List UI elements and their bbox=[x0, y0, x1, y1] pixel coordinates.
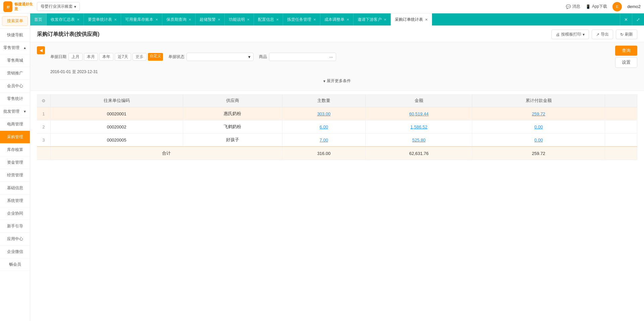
sidebar-item-basic-info[interactable]: 基础信息 bbox=[0, 182, 30, 195]
app-download-btn[interactable]: 📱 App下载 bbox=[586, 4, 607, 9]
sidebar-item-enterprise-collab[interactable]: 企业协同 bbox=[0, 207, 30, 220]
tab-label: 可用量库存账本 bbox=[125, 17, 153, 22]
col-amount: 金额 bbox=[366, 94, 472, 107]
settings-icon[interactable]: ⚙ bbox=[42, 98, 46, 103]
refresh-btn[interactable]: ↻ 刷新 bbox=[616, 30, 637, 39]
sidebar-item-inventory[interactable]: 库存核算 bbox=[0, 144, 30, 156]
sidebar-item-retail-shop[interactable]: 零售商城 bbox=[0, 54, 30, 67]
maximize-tab-btn[interactable]: ⤢ bbox=[632, 13, 644, 25]
row-quantity: 6.00 bbox=[282, 120, 366, 133]
tab-func-desc[interactable]: 功能说明 ✕ bbox=[225, 13, 254, 25]
sidebar-search-area: 搜索菜单 bbox=[0, 13, 30, 29]
sidebar-item-wholesale-mgmt[interactable]: 批发管理 ▼ bbox=[0, 105, 30, 118]
close-tab-btn[interactable]: ✕ bbox=[620, 13, 632, 25]
sidebar-item-operations[interactable]: 经营管理 bbox=[0, 169, 30, 182]
sidebar-item-app-center[interactable]: 应用中心 bbox=[0, 233, 30, 246]
row-extra bbox=[605, 133, 637, 147]
row-unit-code: 00020005 bbox=[50, 133, 183, 147]
table-row[interactable]: 3 00020005 好孩子 7.00 525.80 0.00 bbox=[37, 133, 637, 147]
footer-empty bbox=[37, 147, 50, 160]
sidebar-item-label: 畅会员 bbox=[9, 262, 21, 267]
tab-cost-adjust[interactable]: 成本调整单 ✕ bbox=[320, 13, 354, 25]
sidebar-item-new-guide[interactable]: 新手引导 bbox=[0, 220, 30, 233]
page-title: 采购订单统计表(按供应商) bbox=[37, 31, 100, 38]
table-row[interactable]: 2 00020002 飞鹤奶粉 6.00 1,586.52 0.00 bbox=[37, 120, 637, 133]
sidebar-item-label: 会员中心 bbox=[7, 83, 23, 89]
sidebar-item-enterprise-wechat[interactable]: 企业微信 bbox=[0, 246, 30, 258]
tab-pick-task[interactable]: 拣货任务管理 ✕ bbox=[283, 13, 320, 25]
row-amount: 1,586.52 bbox=[366, 120, 472, 133]
user-avatar[interactable]: E bbox=[612, 2, 622, 11]
sidebar-item-retail-stats[interactable]: 零售统计 bbox=[0, 93, 30, 105]
row-unit-code: 00020002 bbox=[50, 120, 183, 133]
close-icon[interactable]: ✕ bbox=[276, 18, 279, 21]
date-this-year-btn[interactable]: 本年 bbox=[99, 53, 113, 61]
tab-label: 邀请下游客户 bbox=[358, 17, 382, 22]
goods-input[interactable]: ··· bbox=[269, 53, 336, 61]
tab-available-stock[interactable]: 可用量库存账本 ✕ bbox=[121, 13, 162, 25]
col-extra bbox=[605, 94, 637, 107]
close-icon[interactable]: ✕ bbox=[155, 18, 158, 21]
tab-invite-downstream[interactable]: 邀请下游客户 ✕ bbox=[354, 13, 391, 25]
goods-filter: 商品 ··· bbox=[259, 53, 336, 61]
sidebar-item-finance[interactable]: 资金管理 bbox=[0, 156, 30, 169]
sidebar-item-member[interactable]: 畅会员 bbox=[0, 258, 30, 271]
close-icon[interactable]: ✕ bbox=[189, 18, 191, 21]
date-more-btn[interactable]: 更多 bbox=[132, 53, 147, 61]
sidebar-item-system-mgmt[interactable]: 系统管理 bbox=[0, 195, 30, 207]
tab-home[interactable]: 首页 bbox=[30, 13, 47, 25]
expand-more-btn[interactable]: ▾ 展开更多条件 bbox=[321, 76, 353, 86]
status-select[interactable]: ▾ bbox=[186, 53, 254, 61]
sidebar-item-label: 采购管理 bbox=[7, 134, 23, 140]
sidebar-item-quick-nav[interactable]: 快捷导航 bbox=[0, 29, 30, 42]
close-icon[interactable]: ✕ bbox=[247, 18, 250, 21]
query-btn[interactable]: 查询 bbox=[615, 46, 637, 56]
close-icon[interactable]: ✕ bbox=[425, 18, 428, 21]
sidebar-item-retail-mgmt[interactable]: 零售管理 ▲ bbox=[0, 42, 30, 54]
close-icon[interactable]: ✕ bbox=[313, 18, 316, 21]
collapse-filter-btn[interactable]: ◀ bbox=[37, 46, 45, 54]
tab-label: 超储预警 bbox=[200, 17, 216, 22]
close-icon[interactable]: ✕ bbox=[218, 18, 220, 21]
username: demo2 bbox=[627, 4, 641, 9]
tab-warranty[interactable]: 保质期查询 ✕ bbox=[162, 13, 196, 25]
col-settings[interactable]: ⚙ bbox=[37, 94, 50, 107]
tab-goods-stats[interactable]: 要货单统计表 ✕ bbox=[84, 13, 121, 25]
message-btn[interactable]: 💬 消息 bbox=[566, 4, 580, 9]
export-icon: ↗ bbox=[596, 32, 599, 37]
close-icon[interactable]: ✕ bbox=[384, 18, 386, 21]
close-icon[interactable]: ✕ bbox=[346, 18, 349, 21]
refresh-label: 刷新 bbox=[625, 32, 633, 37]
message-label: 消息 bbox=[572, 4, 580, 9]
footer-paid: 259.72 bbox=[472, 147, 605, 160]
date-shortcuts: 上月 本月 本年 近7天 更多 自定义 bbox=[68, 53, 163, 61]
tab-overstock[interactable]: 超储预警 ✕ bbox=[196, 13, 225, 25]
sidebar-item-purchase-mgmt[interactable]: 采购管理 bbox=[0, 131, 30, 144]
sidebar-item-label: 经营管理 bbox=[7, 172, 23, 178]
close-icon[interactable]: ✕ bbox=[77, 18, 79, 21]
date-7days-btn[interactable]: 近7天 bbox=[115, 53, 131, 61]
sidebar-item-ecommerce[interactable]: 电商管理 bbox=[0, 118, 30, 131]
sidebar-item-marketing[interactable]: 营销推广 bbox=[0, 67, 30, 80]
sidebar-item-label: 零售商城 bbox=[7, 58, 23, 63]
date-this-month-btn[interactable]: 本月 bbox=[84, 53, 98, 61]
row-extra bbox=[605, 120, 637, 133]
tab-purchase-stats[interactable]: 采购订单统计表 ✕ bbox=[391, 13, 432, 25]
page-content: 采购订单统计表(按供应商) 🖨 按模板打印 ▾ ↗ 导出 ↻ bbox=[30, 25, 644, 321]
table-row[interactable]: 1 00020001 惠氏奶粉 303.00 60,519.44 259.72 bbox=[37, 107, 637, 120]
search-menu-btn[interactable]: 搜索菜单 bbox=[2, 16, 28, 26]
status-label: 单据状态 bbox=[168, 54, 184, 60]
close-icon[interactable]: ✕ bbox=[114, 18, 117, 21]
goods-input-field[interactable] bbox=[272, 54, 328, 59]
sidebar-item-label: 零售管理 bbox=[3, 45, 19, 51]
settings-btn[interactable]: 设置 bbox=[615, 57, 637, 68]
print-btn[interactable]: 🖨 按模板打印 ▾ bbox=[551, 30, 589, 39]
date-last-month-btn[interactable]: 上月 bbox=[68, 53, 83, 61]
tab-receive-send[interactable]: 收发存汇总表 ✕ bbox=[47, 13, 84, 25]
sidebar-item-label: 企业微信 bbox=[7, 249, 23, 255]
tab-config-info[interactable]: 配置信息 ✕ bbox=[254, 13, 283, 25]
sidebar-item-member-center[interactable]: 会员中心 bbox=[0, 80, 30, 93]
sidebar-item-label: 营销推广 bbox=[7, 70, 23, 76]
export-btn[interactable]: ↗ 导出 bbox=[592, 30, 613, 39]
workspace-selector[interactable]: 母婴行业演示账套 ▾ bbox=[37, 2, 80, 11]
